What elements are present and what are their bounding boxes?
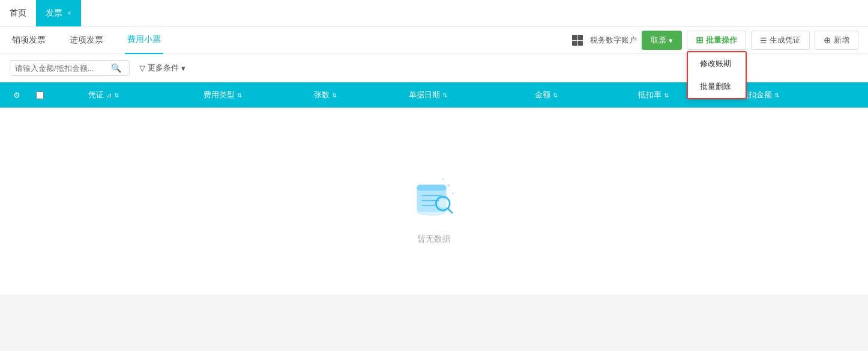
- toolbar: 税务数字账户 取票 ▾ ⊞ 批量操作 修改账期 批量删除 ☰ 生成凭证 ⊕: [562, 26, 868, 54]
- qr-icon[interactable]: [572, 35, 583, 46]
- th-deduction-amount-sort-icon: ⇅: [774, 92, 779, 99]
- qr-cell-3: [572, 41, 577, 46]
- th-deduction-rate-sort-icon: ⇅: [664, 92, 669, 99]
- th-expense-type[interactable]: 费用类型 ⇅: [157, 90, 288, 100]
- tab-purchase-invoice[interactable]: 进项发票: [67, 26, 106, 54]
- svg-text:✦: ✦: [441, 177, 445, 182]
- settings-icon: ⚙: [13, 91, 20, 100]
- add-icon: ⊕: [824, 35, 831, 46]
- empty-state: ✦ ✦ ✦ 暂无数据: [0, 108, 868, 295]
- th-voucher[interactable]: 凭证 ⊿ ⇅: [50, 90, 157, 100]
- th-date-label: 单据日期: [409, 90, 440, 100]
- add-new-button[interactable]: ⊕ 新增: [815, 31, 858, 50]
- search-input-wrap[interactable]: 🔍: [10, 60, 130, 76]
- search-input[interactable]: [15, 64, 111, 73]
- tab-sales-invoice[interactable]: 销项发票: [10, 26, 48, 54]
- take-ticket-label: 取票: [651, 35, 666, 46]
- search-icon[interactable]: 🔍: [111, 63, 121, 73]
- th-expense-type-label: 费用类型: [203, 90, 235, 100]
- th-deduction-rate-label: 抵扣率: [638, 90, 662, 100]
- th-checkbox[interactable]: [29, 91, 50, 99]
- th-settings[interactable]: ⚙: [5, 91, 29, 100]
- empty-state-icon: ✦ ✦ ✦: [404, 170, 464, 224]
- th-voucher-sort-icon: ⇅: [114, 92, 119, 99]
- th-voucher-label: 凭证: [88, 90, 104, 100]
- svg-text:✦: ✦: [451, 191, 455, 195]
- th-sheets-sort-icon: ⇅: [332, 92, 337, 99]
- invoice-tab[interactable]: 发票 ×: [36, 0, 81, 26]
- qr-cell-2: [578, 35, 583, 40]
- th-sheets-label: 张数: [314, 90, 330, 100]
- dropdown-item-change-period[interactable]: 修改账期: [688, 52, 746, 75]
- qr-cell-1: [572, 35, 577, 40]
- take-ticket-dropdown-icon: ▾: [669, 36, 673, 45]
- th-date[interactable]: 单据日期 ⇅: [363, 90, 493, 100]
- svg-text:✦: ✦: [446, 182, 451, 188]
- home-link[interactable]: 首页: [10, 8, 36, 19]
- bulk-ops-label: 批量操作: [706, 35, 737, 46]
- add-new-label: 新增: [834, 35, 849, 46]
- generate-voucher-button[interactable]: ☰ 生成凭证: [751, 31, 810, 50]
- svg-rect-2: [417, 185, 446, 191]
- invoice-tab-label: 发票: [46, 8, 62, 19]
- th-sheets[interactable]: 张数 ⇅: [288, 90, 363, 100]
- dropdown-item-bulk-delete[interactable]: 批量删除: [688, 75, 746, 98]
- th-amount-label: 金额: [535, 90, 550, 100]
- more-filter-chevron: ▾: [181, 64, 185, 73]
- tax-digital-account[interactable]: 税务数字账户: [590, 35, 637, 46]
- top-nav: 首页 发票 ×: [0, 0, 868, 26]
- th-amount-sort-icon: ⇅: [553, 92, 558, 99]
- more-filter-label: 更多条件: [148, 63, 179, 73]
- th-expense-type-sort-icon: ⇅: [237, 92, 242, 99]
- qr-cell-4: [578, 41, 583, 46]
- th-voucher-filter-icon: ⊿: [106, 91, 112, 99]
- take-ticket-button[interactable]: 取票 ▾: [642, 31, 682, 50]
- select-all-checkbox[interactable]: [36, 91, 44, 99]
- empty-state-text: 暂无数据: [417, 234, 451, 245]
- generate-voucher-label: 生成凭证: [770, 35, 801, 46]
- more-filter-button[interactable]: ▽ 更多条件 ▾: [139, 63, 185, 73]
- sub-nav: 销项发票 进项发票 费用小票 税务数字账户 取票 ▾ ⊞ 批量操作 修改账期 批…: [0, 26, 868, 54]
- th-date-sort-icon: ⇅: [442, 92, 447, 99]
- bulk-ops-container: ⊞ 批量操作 修改账期 批量删除: [687, 31, 746, 50]
- close-icon[interactable]: ×: [67, 9, 71, 17]
- th-amount[interactable]: 金额 ⇅: [493, 90, 600, 100]
- generate-icon: ☰: [760, 36, 767, 45]
- tab-expense-receipt[interactable]: 费用小票: [125, 26, 163, 54]
- bulk-ops-button[interactable]: ⊞ 批量操作: [687, 31, 746, 50]
- svg-line-8: [448, 208, 452, 212]
- bulk-ops-icon: ⊞: [696, 35, 704, 46]
- svg-point-7: [438, 199, 447, 208]
- bulk-ops-dropdown: 修改账期 批量删除: [687, 51, 747, 99]
- filter-funnel-icon: ▽: [139, 64, 145, 73]
